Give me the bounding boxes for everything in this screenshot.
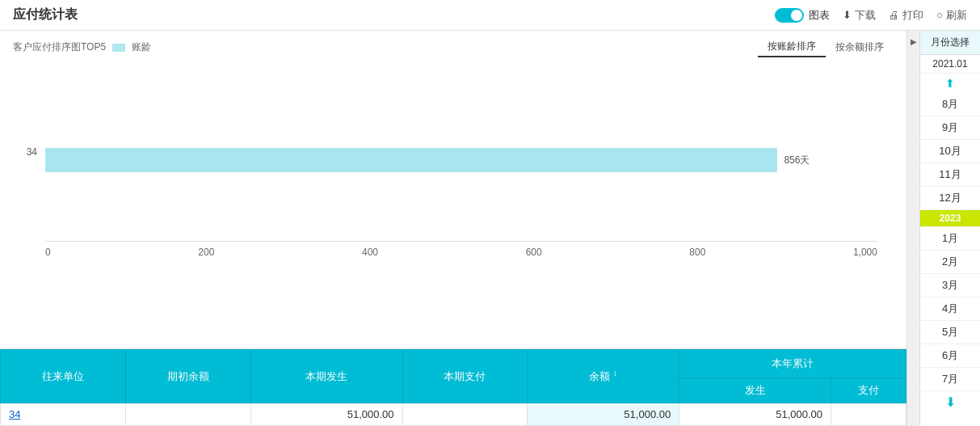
cell-opening (125, 403, 250, 426)
x-label-0: 0 (45, 247, 51, 258)
x-axis: 0 200 400 600 800 1,000 (45, 247, 877, 258)
sidebar-month-1[interactable]: 1月 (920, 227, 980, 251)
col-ytd-group-header: 本年累计 (679, 350, 906, 378)
sidebar-month-6[interactable]: 6月 (920, 344, 980, 368)
refresh-button[interactable]: ○ 刷新 (936, 8, 967, 23)
bar-chart-wrap: 34 856天 0 200 400 600 800 (0, 64, 906, 348)
chart-sort-buttons: 按账龄排序 按余额排序 (758, 37, 894, 57)
chart-toggle-label: 图表 (809, 8, 830, 23)
refresh-icon: ○ (936, 9, 943, 21)
x-label-400: 400 (362, 247, 378, 258)
main-content: 客户应付排序图TOP5 账龄 按账龄排序 按余额排序 34 856 (0, 31, 980, 426)
col-current-pay-header: 本期支付 (402, 350, 528, 403)
col-unit-header: 往来单位 (1, 350, 126, 403)
data-table: 往来单位 期初余额 本期发生 本期支付 余额 ↕ 本年累计 发生 (0, 349, 906, 426)
chart-toggle-switch[interactable] (775, 8, 804, 23)
bar-row: 856天 (45, 148, 877, 172)
sidebar-month-4[interactable]: 4月 (920, 297, 980, 321)
download-icon: ⬇ (843, 9, 852, 21)
bar-end-label: 856天 (784, 154, 810, 167)
sort-by-balance-button[interactable]: 按余额排序 (826, 37, 894, 57)
cell-ytd-pay (831, 403, 906, 426)
x-axis-line (45, 241, 877, 242)
download-button[interactable]: ⬇ 下载 (843, 8, 876, 23)
table-row: 34 51,000.00 51,000.00 51,000.00 (1, 403, 906, 426)
legend-box-label: 账龄 (132, 40, 151, 54)
chart-header: 客户应付排序图TOP5 账龄 按账龄排序 按余额排序 (0, 31, 906, 64)
header-actions: 图表 ⬇ 下载 🖨 打印 ○ 刷新 (775, 8, 967, 23)
x-label-1000: 1,000 (853, 247, 877, 258)
col-ytd-occur-header: 发生 (679, 378, 831, 403)
panel-expand-icon: ▶ (911, 37, 917, 46)
chart-table-area: 客户应付排序图TOP5 账龄 按账龄排序 按余额排序 34 856 (0, 31, 906, 426)
sort-by-age-button[interactable]: 按账龄排序 (758, 37, 826, 57)
sidebar-month-2[interactable]: 2月 (920, 251, 980, 274)
bar-fill (45, 148, 777, 172)
panel-expand-button[interactable]: ▶ (906, 31, 919, 426)
sidebar-month-3[interactable]: 3月 (920, 274, 980, 297)
col-ytd-pay-header: 支付 (831, 378, 906, 403)
refresh-label: 刷新 (946, 8, 967, 23)
chart-toggle-wrap[interactable]: 图表 (775, 8, 830, 23)
sidebar-up-button[interactable]: ⬆ (920, 74, 980, 93)
sidebar-month-9[interactable]: 9月 (920, 116, 980, 140)
cell-unit: 34 (1, 403, 126, 426)
print-button[interactable]: 🖨 打印 (889, 8, 923, 23)
col-opening-header: 期初余额 (125, 350, 250, 403)
col-current-occur-header: 本期发生 (250, 350, 402, 403)
sidebar-month-7[interactable]: 7月 (920, 368, 980, 391)
month-sidebar: 月份选择 2021.01 ⬆ 8月 9月 10月 11月 12月 2023 1月… (919, 31, 980, 426)
cell-current-pay (402, 403, 528, 426)
sidebar-month-8[interactable]: 8月 (920, 93, 980, 116)
sidebar-down-button[interactable]: ⬇ (920, 391, 980, 413)
chart-legend: 客户应付排序图TOP5 账龄 (13, 40, 151, 54)
x-label-800: 800 (689, 247, 705, 258)
sidebar-year-month: 2021.01 (920, 55, 980, 74)
print-label: 打印 (902, 8, 923, 23)
page-header: 应付统计表 图表 ⬇ 下载 🖨 打印 ○ 刷新 (0, 0, 980, 31)
sidebar-month-5[interactable]: 5月 (920, 321, 980, 344)
bar-y-label: 34 (13, 146, 37, 158)
download-label: 下载 (855, 8, 876, 23)
cell-current-occur: 51,000.00 (250, 403, 402, 426)
unit-link[interactable]: 34 (9, 408, 20, 420)
sidebar-header: 月份选择 (920, 31, 980, 55)
col-balance-header: 余额 ↕ (528, 350, 679, 403)
balance-icon: ↕ (613, 369, 617, 377)
cell-ytd-occur: 51,000.00 (679, 403, 831, 426)
sidebar-month-12[interactable]: 12月 (920, 187, 980, 210)
cell-balance: 51,000.00 (528, 403, 679, 426)
page-title: 应付统计表 (13, 6, 78, 23)
legend-box (112, 44, 125, 52)
x-label-200: 200 (198, 247, 214, 258)
data-table-area: 往来单位 期初余额 本期发生 本期支付 余额 ↕ 本年累计 发生 (0, 348, 906, 426)
sidebar-month-11[interactable]: 11月 (920, 163, 980, 187)
sidebar-month-10[interactable]: 10月 (920, 140, 980, 163)
legend-text: 客户应付排序图TOP5 (13, 40, 106, 54)
x-label-600: 600 (526, 247, 542, 258)
sidebar-year-label: 2023 (920, 210, 980, 227)
bar-chart: 34 856天 0 200 400 600 800 (13, 64, 894, 274)
print-icon: 🖨 (889, 9, 899, 21)
